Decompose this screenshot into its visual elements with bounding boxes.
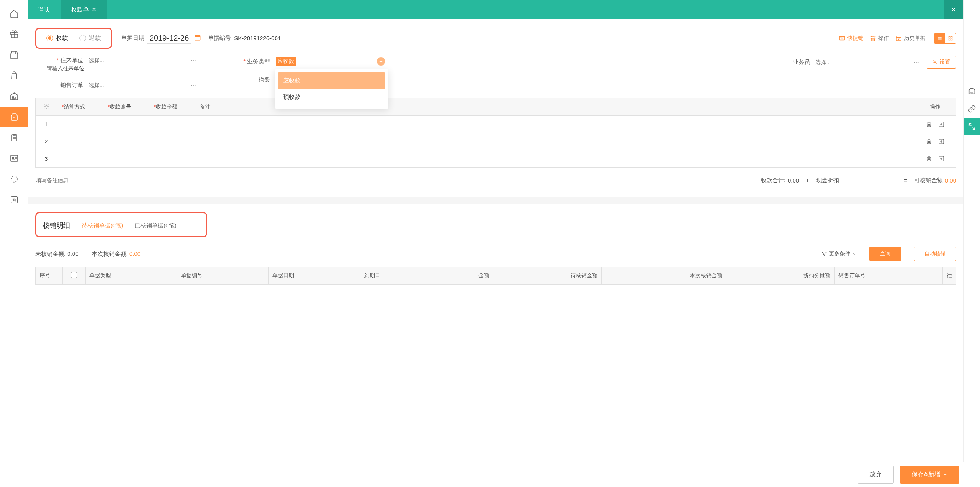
table-row: 2 [36,133,956,150]
layout-list-icon[interactable] [934,33,945,43]
svg-point-14 [871,39,871,40]
more-icon[interactable]: ⋯ [189,82,198,88]
nav-home[interactable] [0,3,28,24]
delete-icon[interactable] [926,155,932,162]
radio-refund[interactable]: 退款 [79,34,101,42]
th-gear[interactable] [36,98,57,116]
calendar-icon[interactable] [194,34,201,42]
total-collect: 收款合计: 0.00 [761,177,799,184]
nav-gift[interactable] [0,24,28,44]
delete-icon[interactable] [926,121,932,128]
collect-refund-group: 收款 退款 [35,28,112,49]
cancel-button[interactable]: 放弃 [858,466,894,484]
chevron-up-icon[interactable] [377,57,385,66]
content-area: 收款 退款 单据日期 2019-12-26 单据编号 SK-20191226-0… [28,19,963,487]
svg-point-10 [874,36,875,37]
inbox-icon[interactable] [964,83,980,100]
close-bar-icon[interactable] [944,0,963,19]
svg-point-22 [934,61,936,63]
nav-new[interactable]: 新 [0,189,28,210]
expand-icon[interactable] [964,118,980,135]
date-value[interactable]: 2019-12-26 [147,33,191,44]
more-icon[interactable]: ⋯ [189,57,198,63]
salesorder-label: 销售订单 [47,82,83,89]
biztype-value: 应收款 [276,57,296,66]
svg-point-5 [11,176,17,182]
svg-rect-18 [949,36,950,38]
svg-rect-6 [195,36,201,40]
tabs-bar: 首页 收款单 ✕ [28,0,963,19]
svg-point-16 [874,39,875,40]
add-icon[interactable] [938,138,945,145]
radio-label: 退款 [89,34,101,42]
table-row: 1 [36,116,956,133]
nav-warehouse[interactable] [0,86,28,107]
nav-bag[interactable] [0,65,28,86]
more-icon[interactable]: ⋯ [912,59,921,65]
tab-receipt[interactable]: 收款单 ✕ [61,0,107,19]
dropdown-option[interactable]: 预收款 [278,89,385,105]
layout-grid-icon[interactable] [945,33,956,43]
writeoff-amount: 可核销金额 0.00 [914,177,956,184]
settings-button[interactable]: 设置 [927,56,956,69]
add-icon[interactable] [938,121,945,128]
select-all-checkbox[interactable] [71,272,77,278]
right-nav [963,0,980,487]
writeoff-table: 序号 单据类型 单据编号 单据日期 到期日 金额 待核销金额 本次核销金额 折扣… [35,267,956,285]
operate-link[interactable]: 操作 [869,35,889,42]
th-pending: 待核销金额 [493,267,601,285]
left-nav: $ ¥ 新 [0,0,28,487]
th-checkbox [63,267,86,285]
writeoff-tab-pending[interactable]: 待核销单据(0笔) [82,222,123,229]
dropdown-option[interactable]: 应收款 [278,72,385,89]
radio-label: 收款 [56,34,68,42]
biztype-input[interactable]: 应收款 [275,56,386,67]
delete-icon[interactable] [926,138,932,145]
writeoff-header: 核销明细 待核销单据(0笔) 已核销单据(0笔) [35,212,207,237]
nav-clipboard[interactable] [0,127,28,148]
th-action: 操作 [914,98,956,116]
summary-label: 摘要 [234,76,270,83]
svg-text:¥: ¥ [13,116,15,119]
th-method: *结算方式 [57,98,103,116]
auto-writeoff-button[interactable]: 自动核销 [914,247,956,261]
query-button[interactable]: 查询 [869,247,901,261]
shortcut-label: 快捷键 [847,35,863,42]
nav-user-list[interactable] [0,148,28,169]
tab-home[interactable]: 首页 [28,0,61,19]
settings-label: 设置 [940,59,950,66]
link-icon[interactable] [964,100,980,117]
svg-rect-21 [951,39,952,40]
tab-label: 收款单 [71,6,89,14]
layout-toggle [934,33,956,44]
svg-rect-7 [839,36,845,40]
docnum-label: 单据编号 [208,35,231,42]
close-icon[interactable]: ✕ [92,7,97,12]
th-docnum: 单据编号 [177,267,269,285]
footer-bar: 放弃 保存&新增 [28,462,968,487]
row-index: 2 [36,133,57,150]
partner-label: *往来单位 [47,57,83,64]
svg-point-15 [873,39,873,40]
writeoff-tab-done[interactable]: 已核销单据(0笔) [135,222,176,229]
history-label: 历史单据 [904,35,926,42]
salesman-input[interactable] [815,59,912,65]
th-type: 单据类型 [86,267,177,285]
nav-refresh[interactable] [0,169,28,189]
th-salesorder: 销售订单号 [834,267,942,285]
shortcut-link[interactable]: 快捷键 [838,35,863,42]
pending-amount: 未核销金额: 0.00 [35,250,79,258]
cash-discount: 现金折扣: [816,177,897,184]
salesorder-input[interactable] [89,82,189,88]
partner-input[interactable] [89,57,189,63]
remark-input[interactable] [36,177,249,183]
save-button[interactable]: 保存&新增 [900,466,959,484]
nav-store[interactable]: $ [0,44,28,65]
radio-collect[interactable]: 收款 [46,34,68,42]
svg-point-12 [873,38,873,38]
history-link[interactable]: 历史单据 [895,35,926,42]
nav-finance[interactable]: ¥ [0,107,28,127]
add-icon[interactable] [938,155,945,162]
tab-label: 首页 [38,6,51,14]
more-conditions[interactable]: 更多条件 [821,250,856,257]
